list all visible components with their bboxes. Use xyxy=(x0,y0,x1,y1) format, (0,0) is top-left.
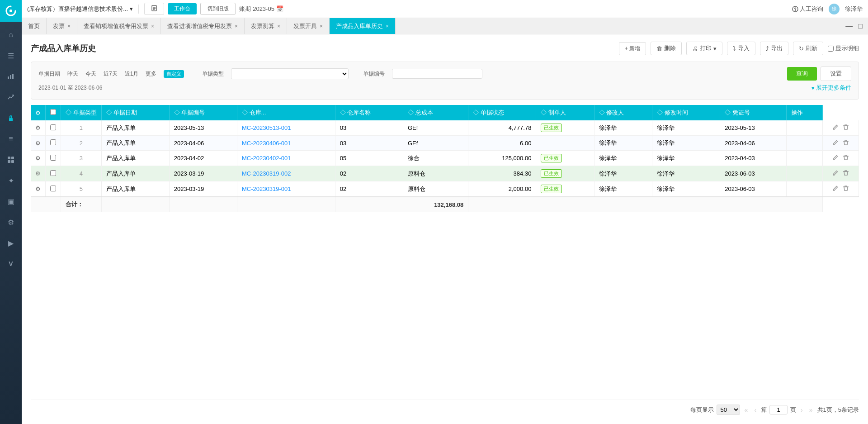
row-delete-icon[interactable] xyxy=(841,186,850,193)
row-settings-btn[interactable]: ⚙ xyxy=(31,166,46,181)
date-custom-tag[interactable]: 自定义 xyxy=(164,70,184,78)
tab-home[interactable]: 首页 xyxy=(22,18,47,34)
print-dropdown-icon[interactable]: ▾ xyxy=(713,45,717,52)
row-edit-icon[interactable] xyxy=(831,140,842,147)
row-edit-icon[interactable] xyxy=(831,155,842,162)
row-delete-icon[interactable] xyxy=(841,140,850,147)
tab-sales-vat[interactable]: 查看销项增值税专用发票 × xyxy=(77,18,161,34)
col-creator-header[interactable]: ◇ 制单人 xyxy=(536,105,594,120)
sidebar-item-gear2[interactable]: ⚙ xyxy=(2,213,20,231)
row-checkbox-cell[interactable] xyxy=(46,166,61,181)
row-checkbox-cell[interactable] xyxy=(46,120,61,136)
show-detail-toggle[interactable]: 显示明细 xyxy=(828,44,859,52)
tab-invoice-calc-close[interactable]: × xyxy=(277,23,280,29)
row-settings-btn[interactable]: ⚙ xyxy=(31,136,46,151)
sidebar-item-video[interactable]: ▶ xyxy=(2,234,20,252)
col-warehouse-name-header[interactable]: ◇ 仓库名称 xyxy=(335,105,403,120)
export-button[interactable]: ⤴ 导出 xyxy=(760,42,788,55)
row-checkbox[interactable] xyxy=(50,170,56,176)
sidebar-item-docs[interactable]: ☰ xyxy=(2,47,20,65)
per-page-select[interactable]: 20 50 100 200 xyxy=(717,405,740,415)
row-delete-icon[interactable] xyxy=(841,170,850,177)
date-more-link[interactable]: 更多 xyxy=(146,70,156,78)
new-button[interactable]: + 新增 xyxy=(619,42,646,55)
expand-conditions-btn[interactable]: ▾ 展开更多条件 xyxy=(811,84,851,92)
tab-product-history-close[interactable]: × xyxy=(386,23,389,29)
page-number-input[interactable] xyxy=(769,405,788,414)
tab-minimize-icon[interactable]: — xyxy=(844,21,854,31)
last-page-btn[interactable]: » xyxy=(807,405,815,414)
row-edit-icon[interactable] xyxy=(831,124,842,132)
workbench-button[interactable]: 工作台 xyxy=(168,3,197,14)
sidebar-item-lock[interactable] xyxy=(2,109,20,127)
tab-maximize-icon[interactable]: □ xyxy=(856,21,864,31)
col-modifier-header[interactable]: ◇ 修改人 xyxy=(594,105,652,120)
sidebar-item-grid[interactable] xyxy=(2,151,20,169)
tab-invoice-open-close[interactable]: × xyxy=(320,23,323,29)
tab-input-vat[interactable]: 查看进项增值税专用发票 × xyxy=(161,18,245,34)
doc-type-select[interactable] xyxy=(231,68,349,79)
row-checkbox-cell[interactable] xyxy=(46,181,61,197)
show-detail-checkbox[interactable] xyxy=(828,46,834,52)
row-checkbox-cell[interactable] xyxy=(46,136,61,151)
doc-num-link[interactable]: MC-20230513-001 xyxy=(242,124,291,131)
sidebar-item-chart[interactable] xyxy=(2,67,20,86)
col-doc-status-header[interactable]: ◇ 单据状态 xyxy=(468,105,536,120)
user-name[interactable]: 徐泽华 xyxy=(845,5,863,13)
select-all-checkbox[interactable] xyxy=(50,109,56,115)
row-settings-btn[interactable]: ⚙ xyxy=(31,151,46,166)
row-edit-icon[interactable] xyxy=(831,170,842,177)
tab-invoice[interactable]: 发票 × xyxy=(47,18,77,34)
print-button[interactable]: 🖨 打印 ▾ xyxy=(686,42,722,55)
row-checkbox[interactable] xyxy=(50,124,56,130)
doc-num-link[interactable]: MC-20230319-002 xyxy=(242,170,291,177)
tab-sales-vat-close[interactable]: × xyxy=(151,23,154,29)
row-checkbox-cell[interactable] xyxy=(46,151,61,166)
next-page-btn[interactable]: › xyxy=(799,405,805,414)
row-checkbox[interactable] xyxy=(50,155,56,161)
sidebar-item-version[interactable]: V xyxy=(2,255,20,273)
tab-invoice-close[interactable]: × xyxy=(67,23,71,29)
date-7days-link[interactable]: 近7天 xyxy=(104,70,118,78)
tab-invoice-open[interactable]: 发票开具 × xyxy=(287,18,330,34)
sidebar-item-analysis[interactable] xyxy=(2,88,20,106)
col-doc-num-header[interactable]: ◇ 单据编号 xyxy=(169,105,237,120)
col-total-cost-header[interactable]: ◇ 总成本 xyxy=(403,105,468,120)
doc-num-link[interactable]: MC-20230402-001 xyxy=(242,155,291,162)
row-doc-num[interactable]: MC-20230406-001 xyxy=(237,136,335,151)
prev-page-btn[interactable]: ‹ xyxy=(752,405,758,414)
help-button[interactable]: 人工咨询 xyxy=(792,5,823,13)
sidebar-item-home[interactable]: ⌂ xyxy=(2,26,20,44)
col-modify-time-header[interactable]: ◇ 修改时间 xyxy=(652,105,720,120)
col-voucher-num-header[interactable]: ◇ 凭证号 xyxy=(720,105,787,120)
row-settings-btn[interactable]: ⚙ xyxy=(31,120,46,136)
row-checkbox[interactable] xyxy=(50,186,56,191)
sidebar-item-list[interactable]: ≡ xyxy=(2,130,20,148)
col-settings-header[interactable]: ⚙ xyxy=(31,105,46,120)
delete-button[interactable]: 🗑 删除 xyxy=(651,42,682,55)
row-doc-num[interactable]: MC-20230319-001 xyxy=(237,181,335,197)
reset-button[interactable]: 设置 xyxy=(821,67,851,81)
tab-input-vat-close[interactable]: × xyxy=(235,23,238,29)
query-button[interactable]: 查询 xyxy=(787,67,817,81)
date-today-link[interactable]: 今天 xyxy=(85,70,96,78)
tab-product-history[interactable]: 产成品入库单历史 × xyxy=(330,18,396,34)
import-button[interactable]: ⤵ 导入 xyxy=(727,42,755,55)
row-doc-num[interactable]: MC-20230319-002 xyxy=(237,166,335,181)
company-dropdown-icon[interactable]: ▾ xyxy=(130,5,133,12)
calendar-icon[interactable]: 📅 xyxy=(276,5,283,12)
company-selector[interactable]: (库存核算）直播轻越通信息技术股份... ▾ xyxy=(27,5,133,13)
date-yesterday-link[interactable]: 昨天 xyxy=(67,70,78,78)
period-selector[interactable]: 账期 2023-05 📅 xyxy=(239,5,283,13)
col-checkbox-header[interactable] xyxy=(46,105,61,120)
doc-num-input[interactable] xyxy=(392,69,482,79)
date-1month-link[interactable]: 近1月 xyxy=(125,70,139,78)
row-doc-num[interactable]: MC-20230402-001 xyxy=(237,151,335,166)
row-delete-icon[interactable] xyxy=(841,155,850,162)
row-delete-icon[interactable] xyxy=(841,124,850,132)
switch-version-button[interactable]: 切到旧版 xyxy=(200,3,236,15)
sidebar-item-box[interactable]: ▣ xyxy=(2,192,20,210)
row-settings-btn[interactable]: ⚙ xyxy=(31,181,46,197)
first-page-btn[interactable]: « xyxy=(743,405,750,414)
sidebar-item-settings2[interactable]: ✦ xyxy=(2,172,20,190)
